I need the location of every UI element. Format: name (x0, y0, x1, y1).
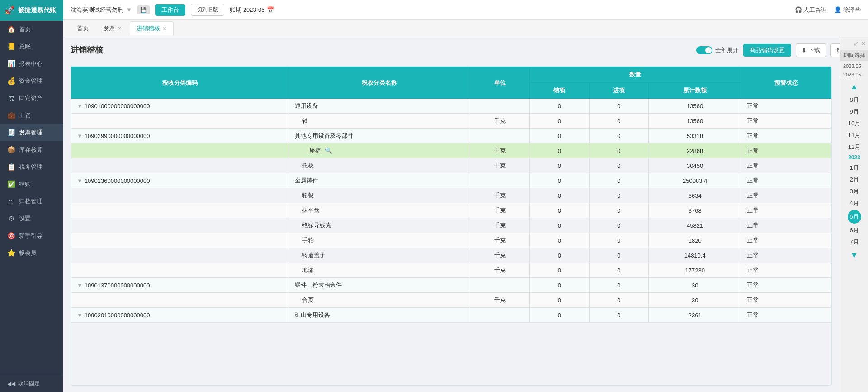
save-draft-icon[interactable]: 💾 (137, 5, 150, 14)
search-icon[interactable]: 🔍 (325, 147, 332, 154)
cell-total: 45821 (649, 218, 741, 233)
month-item[interactable]: 11月 (840, 129, 868, 141)
nav-down-button[interactable]: ▼ (850, 251, 859, 260)
pin-toggle[interactable]: ◀◀ 取消固定 (0, 375, 63, 392)
panel-close-button[interactable]: ✕ (861, 40, 866, 47)
sidebar-item-ledger[interactable]: 📒 总账 (0, 38, 63, 55)
cell-status: 正常 (741, 158, 831, 173)
calendar-icon[interactable]: 📅 (267, 6, 274, 13)
download-button[interactable]: ⬇ 下载 (796, 43, 826, 57)
sidebar-item-assets[interactable]: 🏗 固定资产 (0, 90, 63, 107)
tab-reconciliation-close[interactable]: ✕ (163, 26, 167, 32)
sidebar-item-archive[interactable]: 🗂 归档管理 (0, 193, 63, 210)
sidebar-item-home[interactable]: 🏠 首页 (0, 21, 63, 38)
cell-status: 正常 (741, 278, 831, 293)
cell-total: 13560 (649, 99, 741, 114)
company-selector[interactable]: 沈海英测试经营勿删 ▼ (71, 6, 132, 14)
month-item[interactable]: 7月 (840, 236, 868, 248)
month-item[interactable]: 10月 (840, 118, 868, 129)
tab-home[interactable]: 首页 (71, 22, 95, 35)
month-item[interactable]: 12月 (840, 141, 868, 153)
settings-icon: ⚙ (7, 215, 15, 223)
sidebar-item-salary[interactable]: 💼 工资 (0, 107, 63, 124)
tab-invoice-label: 发票 (103, 24, 115, 33)
toggle-switch[interactable] (696, 46, 712, 54)
cell-sales: 0 (529, 129, 589, 143)
panel-expand-button[interactable]: ⤢ (854, 40, 859, 47)
cell-sales: 0 (529, 99, 589, 114)
reconciliation-table: 税收分类编码 税收分类名称 单位 数量 预警状态 销项 进项 累计数额 ▼109… (71, 67, 831, 323)
table-row: ▼10902010000000000000矿山专用设备002361正常 (71, 308, 831, 323)
cell-purchase: 0 (589, 143, 649, 158)
cell-status: 正常 (741, 99, 831, 114)
main-area: 沈海英测试经营勿删 ▼ 💾 工作台 切到旧版 账期 2023-05 📅 🎧 人工… (63, 0, 868, 392)
member-icon: ⭐ (7, 249, 15, 257)
sidebar-label-salary: 工资 (19, 111, 31, 120)
table-row: ▼10902990000000000000其他专用设备及零部件0053318正常 (71, 129, 831, 143)
cell-name: 地漏 (289, 263, 470, 278)
cell-total: 13560 (649, 114, 741, 129)
cell-status: 正常 (741, 114, 831, 129)
cell-sales: 0 (529, 158, 589, 173)
assets-icon: 🏗 (7, 95, 15, 102)
cell-purchase: 0 (589, 218, 649, 233)
cell-total: 250083.4 (649, 173, 741, 188)
col-sales: 销项 (529, 83, 589, 99)
cell-sales: 0 (529, 203, 589, 218)
cell-purchase: 0 (589, 233, 649, 248)
sidebar-item-reports[interactable]: 📊 报表中心 (0, 55, 63, 72)
cell-unit: 千克 (470, 114, 530, 129)
cell-status: 正常 (741, 143, 831, 158)
user-info: 👤 徐泽华 (834, 6, 861, 14)
sidebar-item-settings[interactable]: ⚙ 设置 (0, 210, 63, 227)
table-row: 抹平盘千克003768正常 (71, 203, 831, 218)
nav-up-button[interactable]: ▲ (850, 82, 859, 91)
expand-all-toggle[interactable]: 全部展开 (696, 46, 739, 54)
month-item[interactable]: 1月 (840, 162, 868, 174)
cell-status: 正常 (741, 129, 831, 143)
month-list: 8月9月10月11月12月20231月2月3月4月5月6月7月 (840, 94, 868, 248)
support-link[interactable]: 🎧 人工咨询 (795, 6, 827, 14)
ledger-icon: 📒 (7, 43, 15, 51)
cell-unit: 千克 (470, 203, 530, 218)
pin-label: 取消固定 (18, 380, 40, 387)
product-code-settings-button[interactable]: 商品编码设置 (743, 44, 791, 57)
salary-icon: 💼 (7, 111, 15, 120)
topbar: 沈海英测试经营勿删 ▼ 💾 工作台 切到旧版 账期 2023-05 📅 🎧 人工… (63, 0, 868, 20)
cell-total: 177230 (649, 263, 741, 278)
month-item[interactable]: 8月 (840, 94, 868, 106)
sidebar-item-member[interactable]: ⭐ 畅会员 (0, 244, 63, 262)
fund-icon: 💰 (7, 77, 15, 85)
month-item[interactable]: 4月 (840, 197, 868, 209)
cell-purchase: 0 (589, 263, 649, 278)
sidebar-label-assets: 固定资产 (19, 94, 42, 102)
workspace-button[interactable]: 工作台 (155, 4, 185, 16)
cell-code (71, 143, 289, 158)
sidebar-item-fund[interactable]: 💰 资金管理 (0, 72, 63, 90)
sidebar-item-close[interactable]: ✅ 结账 (0, 176, 63, 193)
col-tax-code: 税收分类编码 (71, 67, 289, 99)
month-item[interactable]: 6月 (840, 225, 868, 236)
period-row-1[interactable]: 2023.05 2023.05 (840, 62, 868, 79)
tab-invoice-close[interactable]: ✕ (118, 25, 122, 31)
table-row: 合页千克0030正常 (71, 293, 831, 308)
cell-sales: 0 (529, 114, 589, 129)
tab-reconciliation[interactable]: 进销稽核 ✕ (130, 21, 174, 35)
sidebar-item-tax[interactable]: 📋 税务管理 (0, 158, 63, 176)
tab-home-label: 首页 (77, 24, 89, 33)
sidebar-item-inventory[interactable]: 📦 库存核算 (0, 141, 63, 158)
month-item[interactable]: 5月 (848, 210, 861, 224)
period-display: 账期 2023-05 📅 (230, 6, 274, 14)
sidebar-item-invoice[interactable]: 🧾 发票管理 (0, 124, 63, 141)
month-item[interactable]: 9月 (840, 106, 868, 118)
tab-invoice[interactable]: 发票 ✕ (97, 22, 128, 35)
cell-sales: 0 (529, 188, 589, 203)
month-item[interactable]: 3月 (840, 186, 868, 197)
month-item[interactable]: 2月 (840, 174, 868, 186)
sidebar-item-guide[interactable]: 🎯 新手引导 (0, 227, 63, 244)
cell-total: 14810.4 (649, 248, 741, 263)
page-title: 进销稽核 (71, 44, 103, 55)
switch-old-button[interactable]: 切到旧版 (191, 4, 224, 16)
cell-sales: 0 (529, 143, 589, 158)
cell-sales: 0 (529, 278, 589, 293)
